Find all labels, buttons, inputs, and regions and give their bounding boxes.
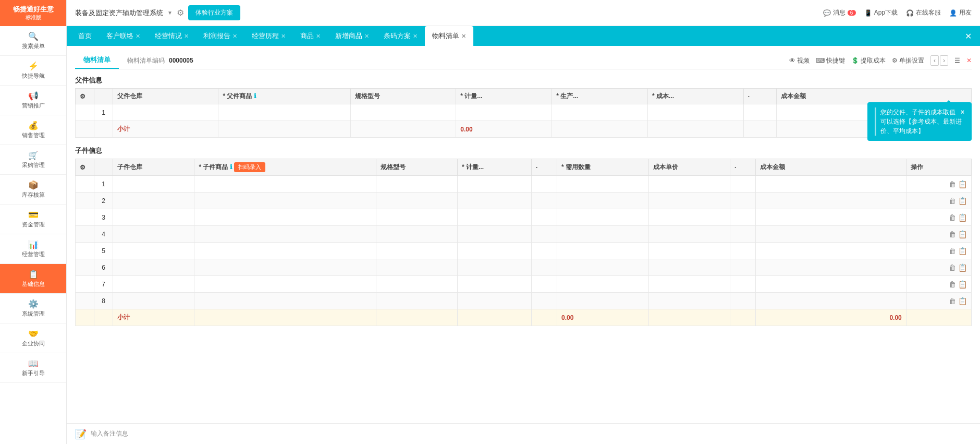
sidebar-item-system[interactable]: ⚙️系统管理 <box>0 294 66 323</box>
nav-next[interactable]: › <box>940 55 948 66</box>
delete-icon-1[interactable]: 🗑 <box>949 180 956 188</box>
nav-prev[interactable]: ‹ <box>930 55 939 66</box>
sidebar-item-guide[interactable]: 📖新手引导 <box>0 353 66 383</box>
nav-tab-goods[interactable]: 商品✕ <box>293 26 328 46</box>
copy-icon-1[interactable]: 📋 <box>958 180 967 188</box>
app-download-item[interactable]: 📱 App下载 <box>864 8 898 17</box>
child-row-unit-price-1[interactable] <box>648 176 730 193</box>
nav-tab-close-profit_report[interactable]: ✕ <box>232 33 237 40</box>
nav-close-all[interactable]: ✕ <box>961 31 976 41</box>
try-button[interactable]: 体验行业方案 <box>188 5 240 20</box>
child-row-warehouse-6[interactable] <box>113 259 194 276</box>
child-row-quantity-3[interactable] <box>557 209 648 226</box>
sidebar-item-search[interactable]: 🔍搜索菜单 <box>0 26 66 56</box>
sidebar-item-inventory[interactable]: 📦库存核算 <box>0 175 66 205</box>
child-row-unit-3[interactable] <box>457 209 531 226</box>
nav-tab-close-bom[interactable]: ✕ <box>461 33 466 40</box>
tooltip-close[interactable]: × <box>961 107 964 117</box>
child-row-warehouse-3[interactable] <box>113 209 194 226</box>
child-row-goods-8[interactable] <box>194 293 376 309</box>
online-service-item[interactable]: 🎧 在线客服 <box>906 8 941 17</box>
child-row-warehouse-1[interactable] <box>113 176 194 193</box>
child-row-goods-3[interactable] <box>194 209 376 226</box>
child-row-spec-1[interactable] <box>376 176 457 193</box>
parent-row-warehouse[interactable] <box>113 104 218 121</box>
menu-action[interactable]: ☰ <box>954 57 960 64</box>
single-settings-action[interactable]: ⚙ 单据设置 <box>892 56 924 65</box>
child-row-spec-4[interactable] <box>376 226 457 243</box>
nav-tab-bom[interactable]: 物料清单✕ <box>425 26 473 46</box>
copy-icon-2[interactable]: 📋 <box>958 197 967 205</box>
sidebar-item-quicknav[interactable]: ⚡快捷导航 <box>0 56 66 86</box>
child-row-warehouse-5[interactable] <box>113 243 194 259</box>
nav-tab-home[interactable]: 首页 <box>71 26 99 46</box>
child-row-unit-price-6[interactable] <box>648 259 730 276</box>
parent-row-cost[interactable] <box>647 104 743 121</box>
child-row-unit-8[interactable] <box>457 293 531 309</box>
sub-tab-bom-list[interactable]: 物料清单 <box>75 52 119 69</box>
child-row-spec-3[interactable] <box>376 209 457 226</box>
view-action[interactable]: 👁 视频 <box>789 56 810 65</box>
copy-icon-7[interactable]: 📋 <box>958 280 967 289</box>
cost-action[interactable]: 💲 提取成本 <box>851 56 886 65</box>
copy-icon-4[interactable]: 📋 <box>958 230 967 238</box>
copy-icon-5[interactable]: 📋 <box>958 247 967 255</box>
child-row-unit-price-3[interactable] <box>648 209 730 226</box>
child-row-goods-4[interactable] <box>194 226 376 243</box>
child-row-warehouse-4[interactable] <box>113 226 194 243</box>
child-row-warehouse-8[interactable] <box>113 293 194 309</box>
child-row-goods-5[interactable] <box>194 243 376 259</box>
child-row-spec-5[interactable] <box>376 243 457 259</box>
delete-icon-3[interactable]: 🗑 <box>949 213 956 222</box>
user-item[interactable]: 👤 用友 <box>949 8 972 17</box>
child-row-quantity-1[interactable] <box>557 176 648 193</box>
delete-icon-4[interactable]: 🗑 <box>949 230 956 238</box>
child-row-quantity-4[interactable] <box>557 226 648 243</box>
sidebar-item-finance[interactable]: 💳资金管理 <box>0 205 66 234</box>
nav-tab-barcode[interactable]: 条码方案✕ <box>376 26 425 46</box>
child-row-unit-price-5[interactable] <box>648 243 730 259</box>
child-row-unit-2[interactable] <box>457 193 531 209</box>
parent-row-production[interactable] <box>552 104 648 121</box>
nav-tab-close-customers[interactable]: ✕ <box>136 33 140 40</box>
child-row-unit-4[interactable] <box>457 226 531 243</box>
child-row-unit-1[interactable] <box>457 176 531 193</box>
settings-icon[interactable]: ⚙ <box>177 8 184 18</box>
nav-tab-operations_status[interactable]: 经营情况✕ <box>148 26 196 46</box>
delete-icon-7[interactable]: 🗑 <box>949 280 956 289</box>
close-page-action[interactable]: ✕ <box>966 57 972 64</box>
child-row-goods-1[interactable] <box>194 176 376 193</box>
child-row-quantity-2[interactable] <box>557 193 648 209</box>
nav-tab-customers[interactable]: 客户联络✕ <box>99 26 148 46</box>
nav-tab-close-goods[interactable]: ✕ <box>316 33 321 40</box>
child-th-settings[interactable]: ⚙ <box>76 159 94 176</box>
parent-th-settings[interactable]: ⚙ <box>76 89 94 104</box>
nav-tab-close-barcode[interactable]: ✕ <box>413 33 418 40</box>
child-row-spec-8[interactable] <box>376 293 457 309</box>
nav-tab-close-operations_status[interactable]: ✕ <box>184 33 189 40</box>
child-row-unit-price-4[interactable] <box>648 226 730 243</box>
child-row-goods-2[interactable] <box>194 193 376 209</box>
child-row-goods-6[interactable] <box>194 259 376 276</box>
child-row-unit-price-2[interactable] <box>648 193 730 209</box>
nav-tab-ops_history[interactable]: 经营历程✕ <box>244 26 293 46</box>
child-row-quantity-8[interactable] <box>557 293 648 309</box>
child-row-unit-price-8[interactable] <box>648 293 730 309</box>
child-row-spec-6[interactable] <box>376 259 457 276</box>
sidebar-item-sales[interactable]: 💰销售管理 <box>0 115 66 145</box>
message-item[interactable]: 💬 消息 6 <box>823 8 856 17</box>
child-row-unit-6[interactable] <box>457 259 531 276</box>
child-row-goods-7[interactable] <box>194 276 376 293</box>
child-row-quantity-7[interactable] <box>557 276 648 293</box>
copy-icon-6[interactable]: 📋 <box>958 263 967 272</box>
child-row-spec-2[interactable] <box>376 193 457 209</box>
child-row-quantity-6[interactable] <box>557 259 648 276</box>
child-row-quantity-5[interactable] <box>557 243 648 259</box>
child-row-unit-7[interactable] <box>457 276 531 293</box>
delete-icon-5[interactable]: 🗑 <box>949 247 956 255</box>
nav-tab-close-ops_history[interactable]: ✕ <box>281 33 286 40</box>
sidebar-item-purchase[interactable]: 🛒采购管理 <box>0 145 66 175</box>
nav-tab-close-new_goods[interactable]: ✕ <box>364 33 369 40</box>
delete-icon-6[interactable]: 🗑 <box>949 263 956 272</box>
nav-tab-profit_report[interactable]: 利润报告✕ <box>196 26 244 46</box>
